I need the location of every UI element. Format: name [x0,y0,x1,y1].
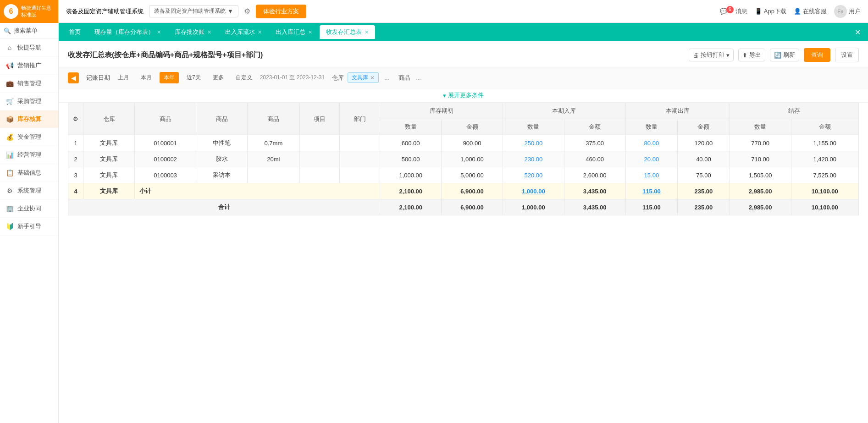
row-warehouse: 文具库 [83,135,135,151]
expand-icon: ▾ [443,92,446,99]
subtotal-in-qty[interactable]: 1,000.00 [503,183,564,199]
footer-out-amt: 235.00 [678,199,730,215]
export-button[interactable]: ⬆ 导出 [738,49,765,61]
in-amt-header: 金额 [564,119,625,135]
row-opening-amt: 900.00 [442,135,503,151]
tab-inventory-dist[interactable]: 现存量（库存分布表） ✕ [88,25,167,39]
row-out-qty[interactable]: 20.00 [625,151,678,167]
table-settings-header[interactable]: ⚙ [68,103,83,135]
tab-close-batch-accounts[interactable]: ✕ [207,29,211,35]
refresh-button[interactable]: 🔄 刷新 [770,49,799,61]
user-item[interactable]: Ea 用户 [834,5,861,18]
tab-batch-accounts[interactable]: 库存批次账 ✕ [168,25,218,39]
logo-text: 畅捷通好生意 标准版 [21,5,51,19]
row-in-qty[interactable]: 250.00 [503,135,564,151]
message-item[interactable]: 💬 6 消息 [720,7,747,16]
date-btn-more[interactable]: 更多 [209,72,228,83]
row-in-qty[interactable]: 230.00 [503,151,564,167]
operations-icon: 📊 [6,151,14,159]
footer-balance-amt: 10,100.00 [791,199,858,215]
header: 装备及固定资产辅助管理系统 装备及固定资产辅助管理系统 ▼ ⚙ 体验行业方案 💬… [59,0,868,23]
out-amt-header: 金额 [678,119,730,135]
row-no: 2 [68,151,83,167]
refresh-icon: 🔄 [774,52,781,59]
phone-icon: 📱 [755,8,762,15]
page-actions: 🖨 按钮打印 ▾ ⬆ 导出 🔄 刷新 查询 设置 [689,48,859,62]
warehouse-tag-close[interactable]: ✕ [370,75,375,81]
balance-qty-header: 数量 [730,119,791,135]
warehouse-tag: 文具库 ✕ [348,72,379,83]
sidebar-item-operations[interactable]: 📊 经营管理 [0,146,58,164]
date-btn-this-month[interactable]: 本月 [137,72,156,83]
row-out-qty[interactable]: 80.00 [625,135,678,151]
row-goods-code: 0100001 [135,135,196,151]
date-btn-last-month[interactable]: 上月 [114,72,133,83]
expand-more-button[interactable]: ▾ 展开更多条件 [443,91,484,99]
purchase-icon: 🛒 [6,97,14,105]
tab-in-out-flow[interactable]: 出入库流水 ✕ [219,25,268,39]
main-area: 装备及固定资产辅助管理系统 装备及固定资产辅助管理系统 ▼ ⚙ 体验行业方案 💬… [59,0,868,423]
message-badge: 6 [726,6,734,13]
subtotal-label: 小计 [135,183,380,199]
sidebar-item-purchase[interactable]: 🛒 采购管理 [0,93,58,110]
tab-close-in-out-summary[interactable]: ✕ [308,29,312,35]
row-balance-amt: 7,525.00 [791,167,858,183]
row-opening-amt: 1,000.00 [442,151,503,167]
settings-header-icon[interactable]: ⚙ [244,7,250,16]
row-opening-amt: 5,000.00 [442,167,503,183]
print-button[interactable]: 🖨 按钮打印 ▾ [689,49,734,61]
tab-receive-summary[interactable]: 收发存汇总表 ✕ [320,25,375,39]
row-out-qty[interactable]: 15.00 [625,167,678,183]
row-no: 1 [68,135,83,151]
sidebar-item-system[interactable]: ⚙ 系统管理 [0,182,58,200]
row-balance-qty: 770.00 [730,135,791,151]
sidebar-item-quick-nav[interactable]: ⌂ 快捷导航 [0,39,58,57]
footer-in-amt: 3,435.00 [564,199,625,215]
sidebar-search[interactable]: 🔍 搜索菜单 [0,23,58,39]
sidebar-item-basic-info[interactable]: 📋 基础信息 [0,164,58,182]
guide-icon: 🔰 [6,222,14,231]
row-project [299,151,340,167]
goods-name-column-header: 商品 [196,103,247,135]
balance-group-header: 结存 [730,103,858,119]
table-row: 1 文具库 0100001 中性笔 0.7mm 600.00 900.00 25… [68,135,859,151]
date-btn-7days[interactable]: 近7天 [182,72,205,83]
tab-close-receive-summary[interactable]: ✕ [365,29,369,35]
sidebar-item-finance[interactable]: 💰 资金管理 [0,128,58,146]
logo-icon: 6 [4,4,18,19]
sidebar-item-enterprise[interactable]: 🏢 企业协同 [0,200,58,218]
row-warehouse: 文具库 [83,167,135,183]
warehouse-ellipsis[interactable]: ... [382,74,391,81]
opening-group-header: 库存期初 [380,103,503,119]
row-goods-name: 中性笔 [196,135,247,151]
row-in-qty[interactable]: 520.00 [503,167,564,183]
tab-home[interactable]: 首页 [62,25,87,39]
row-balance-qty: 710.00 [730,151,791,167]
row-goods-name: 胶水 [196,151,247,167]
tab-close-inventory-dist[interactable]: ✕ [157,29,161,35]
experience-button[interactable]: 体验行业方案 [256,5,306,18]
date-btn-custom[interactable]: 自定义 [232,72,256,83]
query-button[interactable]: 查询 [804,48,830,62]
subtotal-out-qty[interactable]: 115.00 [625,183,678,199]
system-dropdown[interactable]: 装备及固定资产辅助管理系统 ▼ [149,5,238,17]
balance-amt-header: 金额 [791,119,858,135]
app-download-item[interactable]: 📱 App下载 [755,7,786,16]
subtotal-out-amt: 235.00 [678,183,730,199]
online-service-item[interactable]: 👤 在线客服 [794,7,827,16]
goods-ellipsis[interactable]: ... [414,74,423,81]
sales-icon: 💼 [6,79,14,88]
tabs-close-all-button[interactable]: ✕ [851,28,864,37]
tab-close-in-out-flow[interactable]: ✕ [258,29,262,35]
sidebar-item-inventory[interactable]: 📦 库存核算 [0,110,58,128]
sidebar-item-marketing[interactable]: 📢 营销推广 [0,57,58,75]
sidebar-item-guide[interactable]: 🔰 新手引导 [0,218,58,236]
row-out-amt: 75.00 [678,167,730,183]
settings-button[interactable]: 设置 [835,48,859,62]
sidebar-item-sales[interactable]: 💼 销售管理 [0,75,58,93]
row-no: 3 [68,167,83,183]
date-btn-this-year[interactable]: 本年 [160,72,179,83]
filter-toggle-button[interactable]: ◀ [68,72,79,83]
tab-in-out-summary[interactable]: 出入库汇总 ✕ [269,25,319,39]
header-right: 💬 6 消息 📱 App下载 👤 在线客服 Ea 用户 [720,5,861,18]
